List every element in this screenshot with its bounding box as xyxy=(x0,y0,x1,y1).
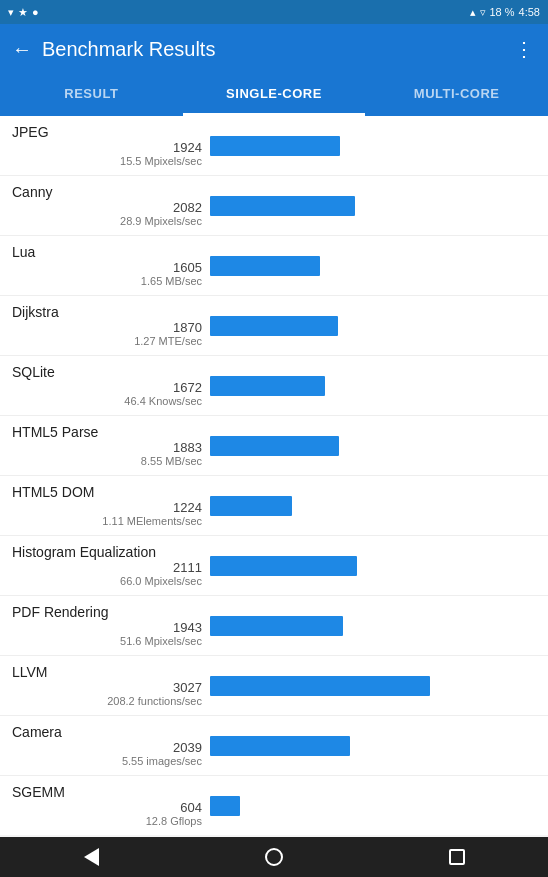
page-title: Benchmark Results xyxy=(42,38,504,61)
bench-score: 1672 xyxy=(12,380,202,395)
bench-name: SGEMM xyxy=(12,784,202,800)
bench-bar-container xyxy=(202,196,536,216)
bench-score: 2082 xyxy=(12,200,202,215)
bench-unit: 1.27 MTE/sec xyxy=(12,335,202,347)
bench-bar xyxy=(210,796,240,816)
table-row: PDF Rendering194351.6 Mpixels/sec xyxy=(0,596,548,656)
bench-bar xyxy=(210,616,343,636)
time-display: 4:58 xyxy=(519,6,540,18)
bench-bar xyxy=(210,436,339,456)
table-row: SGEMM60412.8 Gflops xyxy=(0,776,548,835)
bench-name: HTML5 DOM xyxy=(12,484,202,500)
table-row: HTML5 Parse18838.55 MB/sec xyxy=(0,416,548,476)
table-row: LLVM3027208.2 functions/sec xyxy=(0,656,548,716)
table-row: Histogram Equalization211166.0 Mpixels/s… xyxy=(0,536,548,596)
bench-bar xyxy=(210,196,355,216)
home-nav-button[interactable] xyxy=(254,837,294,877)
bench-unit: 8.55 MB/sec xyxy=(12,455,202,467)
tab-bar: RESULT SINGLE-CORE MULTI-CORE xyxy=(0,74,548,116)
bench-score: 1883 xyxy=(12,440,202,455)
bench-score: 1224 xyxy=(12,500,202,515)
status-bar-left: ▾ ★ ● xyxy=(8,6,39,19)
bench-bar-container xyxy=(202,376,536,396)
dot-icon: ● xyxy=(32,6,39,18)
tab-multi-core[interactable]: MULTI-CORE xyxy=(365,74,548,116)
bench-score: 3027 xyxy=(12,680,202,695)
bench-bar-container xyxy=(202,616,536,636)
home-nav-icon xyxy=(265,848,283,866)
bench-name: Lua xyxy=(12,244,202,260)
bench-bar xyxy=(210,136,340,156)
bench-name: Canny xyxy=(12,184,202,200)
bench-left-col: SGEMM60412.8 Gflops xyxy=(12,784,202,827)
bench-score: 2039 xyxy=(12,740,202,755)
bench-score: 1924 xyxy=(12,140,202,155)
benchmark-list: JPEG192415.5 Mpixels/secCanny208228.9 Mp… xyxy=(0,116,548,835)
bench-unit: 51.6 Mpixels/sec xyxy=(12,635,202,647)
bt-icon: ★ xyxy=(18,6,28,19)
table-row: HTML5 DOM12241.11 MElements/sec xyxy=(0,476,548,536)
table-row: Camera20395.55 images/sec xyxy=(0,716,548,776)
bench-bar xyxy=(210,736,350,756)
bench-name: JPEG xyxy=(12,124,202,140)
bench-left-col: PDF Rendering194351.6 Mpixels/sec xyxy=(12,604,202,647)
back-button[interactable]: ← xyxy=(12,38,32,61)
bench-name: HTML5 Parse xyxy=(12,424,202,440)
bottom-navigation xyxy=(0,837,548,877)
bench-left-col: LLVM3027208.2 functions/sec xyxy=(12,664,202,707)
bench-bar-container xyxy=(202,316,536,336)
bench-bar xyxy=(210,496,292,516)
recents-nav-button[interactable] xyxy=(437,837,477,877)
bench-left-col: SQLite167246.4 Knows/sec xyxy=(12,364,202,407)
bench-unit: 15.5 Mpixels/sec xyxy=(12,155,202,167)
bench-left-col: Histogram Equalization211166.0 Mpixels/s… xyxy=(12,544,202,587)
bench-name: Camera xyxy=(12,724,202,740)
status-bar-right: ▴ ▿ 18 % 4:58 xyxy=(470,6,541,19)
bench-left-col: HTML5 DOM12241.11 MElements/sec xyxy=(12,484,202,527)
bench-name: Dijkstra xyxy=(12,304,202,320)
tab-single-core[interactable]: SINGLE-CORE xyxy=(183,74,366,116)
bench-left-col: Camera20395.55 images/sec xyxy=(12,724,202,767)
bench-unit: 12.8 Gflops xyxy=(12,815,202,827)
recents-nav-icon xyxy=(449,849,465,865)
bench-score: 1870 xyxy=(12,320,202,335)
bench-bar xyxy=(210,316,338,336)
bench-unit: 1.65 MB/sec xyxy=(12,275,202,287)
bench-name: Histogram Equalization xyxy=(12,544,202,560)
bench-bar xyxy=(210,676,430,696)
bench-left-col: Dijkstra18701.27 MTE/sec xyxy=(12,304,202,347)
bench-name: SQLite xyxy=(12,364,202,380)
bench-unit: 66.0 Mpixels/sec xyxy=(12,575,202,587)
bench-bar-container xyxy=(202,676,536,696)
bench-unit: 46.4 Knows/sec xyxy=(12,395,202,407)
bench-bar xyxy=(210,556,357,576)
back-nav-button[interactable] xyxy=(71,837,111,877)
table-row: JPEG192415.5 Mpixels/sec xyxy=(0,116,548,176)
bench-left-col: Lua16051.65 MB/sec xyxy=(12,244,202,287)
bench-bar-container xyxy=(202,796,536,816)
bench-left-col: Canny208228.9 Mpixels/sec xyxy=(12,184,202,227)
bench-name: PDF Rendering xyxy=(12,604,202,620)
bench-bar xyxy=(210,256,320,276)
back-nav-icon xyxy=(84,848,99,866)
bench-bar xyxy=(210,376,325,396)
bench-bar-container xyxy=(202,736,536,756)
signal-icon: ▴ xyxy=(470,6,476,19)
bench-bar-container xyxy=(202,436,536,456)
bench-unit: 28.9 Mpixels/sec xyxy=(12,215,202,227)
table-row: SQLite167246.4 Knows/sec xyxy=(0,356,548,416)
wifi-icon: ▾ xyxy=(8,6,14,19)
menu-button[interactable]: ⋮ xyxy=(514,37,536,61)
table-row: Lua16051.65 MB/sec xyxy=(0,236,548,296)
app-header: ← Benchmark Results ⋮ xyxy=(0,24,548,74)
bench-unit: 1.11 MElements/sec xyxy=(12,515,202,527)
tab-result[interactable]: RESULT xyxy=(0,74,183,116)
bench-unit: 5.55 images/sec xyxy=(12,755,202,767)
bench-bar-container xyxy=(202,136,536,156)
bench-bar-container xyxy=(202,256,536,276)
bench-bar-container xyxy=(202,496,536,516)
table-row: Dijkstra18701.27 MTE/sec xyxy=(0,296,548,356)
bench-name: LLVM xyxy=(12,664,202,680)
bench-left-col: HTML5 Parse18838.55 MB/sec xyxy=(12,424,202,467)
bench-score: 2111 xyxy=(12,560,202,575)
